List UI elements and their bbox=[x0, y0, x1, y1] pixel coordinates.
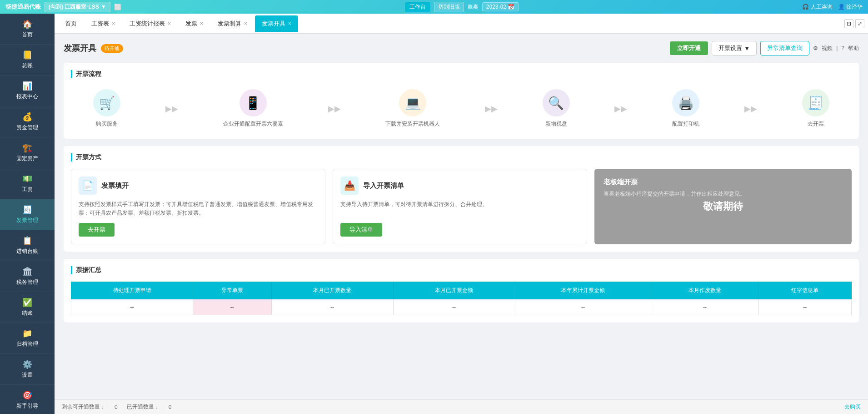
remain-value: 0 bbox=[115, 404, 118, 410]
stats-data-row: -- -- -- -- -- -- -- bbox=[71, 299, 852, 315]
tab-invoice-issue-close[interactable]: × bbox=[288, 20, 291, 27]
view-label: 视频 bbox=[822, 45, 833, 52]
tab-home[interactable]: 首页 bbox=[58, 15, 84, 32]
sidebar-item-salary[interactable]: 💵 工资 bbox=[0, 168, 55, 199]
salary-icon: 💵 bbox=[22, 174, 32, 184]
invoice-methods-section: 开票方式 📄 发票填开 支持按照发票样式手工填写开发票；可开具增值税电子普通发票… bbox=[64, 146, 859, 252]
settings-icon: ⚙ bbox=[813, 45, 818, 51]
method-fill-desc: 支持按照发票样式手工填写开发票；可开具增值税电子普通发票、增值税普通发票、增值税… bbox=[79, 200, 318, 217]
funds-icon: 💰 bbox=[22, 112, 32, 122]
old-platform-desc: 查看老板端小程序提交的开票申请，并作出相应处理意见。 bbox=[604, 190, 843, 198]
sidebar-label-salary: 工资 bbox=[22, 186, 33, 193]
sidebar-item-tax[interactable]: 🏛️ 税务管理 bbox=[0, 261, 55, 292]
workflow-icon-printer: 🖨️ bbox=[672, 89, 699, 116]
tab-home-label: 首页 bbox=[65, 20, 77, 28]
sidebar-label-reports: 报表中心 bbox=[16, 93, 38, 101]
invoice-methods-title: 开票方式 bbox=[71, 153, 852, 162]
settings-icon: ⚙️ bbox=[22, 359, 32, 369]
tab-invoice[interactable]: 发票 × bbox=[179, 15, 210, 32]
page-title-row: 发票开具 待开通 bbox=[64, 43, 123, 54]
consult-button[interactable]: 🎧 人工咨询 bbox=[802, 3, 832, 11]
stats-table: 待处理开票申请 异常单票 本月已开票数量 本月已开票金额 本年累计开票金额 本月… bbox=[71, 282, 852, 315]
workflow-arrow-2: ▶▶ bbox=[328, 104, 341, 114]
old-version-button[interactable]: 切到旧版 bbox=[434, 2, 464, 12]
open-settings-button[interactable]: 开票设置 ▼ bbox=[712, 41, 757, 56]
sidebar: 🏠 首页 📒 总账 📊 报表中心 💰 资金管理 🏗️ 固定资产 💵 工资 🧾 发… bbox=[0, 14, 55, 414]
stats-header-month-count: 本月已开票数量 bbox=[271, 282, 393, 299]
stats-section-title: 票据汇总 bbox=[71, 266, 852, 274]
method-fill-button[interactable]: 去开票 bbox=[79, 223, 115, 237]
method-card-fill: 📄 发票填开 支持按照发票样式手工填写开发票；可开具增值税电子普通发票、增值税普… bbox=[71, 169, 325, 244]
tab-salary-table[interactable]: 工资表 × bbox=[85, 15, 122, 32]
calendar-icon: 📅 bbox=[508, 4, 514, 10]
method-import-icon: 📥 bbox=[340, 177, 359, 195]
period-button[interactable]: 2023-02 📅 bbox=[482, 2, 519, 11]
sidebar-item-purchase-sales[interactable]: 📋 进销台账 bbox=[0, 230, 55, 261]
workflow-step-config: 📱 企业开通配置开票六要素 bbox=[223, 89, 283, 128]
purchase-sales-icon: 📋 bbox=[22, 236, 32, 246]
workflow-arrow-4: ▶▶ bbox=[614, 104, 627, 114]
sidebar-label-tax: 税务管理 bbox=[16, 278, 38, 286]
workflow-label-buy: 购买服务 bbox=[96, 120, 118, 128]
content-area: 首页 工资表 × 工资统计报表 × 发票 × 发票测算 × 发票开具 × bbox=[55, 14, 868, 414]
tab-invoice-issue[interactable]: 发票开具 × bbox=[255, 15, 298, 32]
tab-salary-table-close[interactable]: × bbox=[112, 20, 115, 27]
headphone-icon: 🎧 bbox=[802, 4, 809, 10]
tab-salary-report[interactable]: 工资统计报表 × bbox=[123, 15, 178, 32]
sidebar-item-home[interactable]: 🏠 首页 bbox=[0, 14, 55, 45]
stats-header-abnormal: 异常单票 bbox=[193, 282, 271, 299]
invoice-icon: 🧾 bbox=[22, 205, 32, 215]
status-badge: 待开通 bbox=[101, 44, 123, 53]
stats-value-red-info: -- bbox=[758, 299, 851, 315]
stats-section: 票据汇总 待处理开票申请 异常单票 本月已开票数量 本月已开票金额 本年累计开票… bbox=[64, 259, 859, 323]
workflow-step-tax-disk: 🔍 新增税盘 bbox=[543, 89, 570, 128]
tab-invoice-calc[interactable]: 发票测算 × bbox=[211, 15, 254, 32]
sidebar-item-settings[interactable]: ⚙️ 设置 bbox=[0, 354, 55, 385]
restore-button[interactable]: ⊡ bbox=[844, 19, 853, 28]
old-platform-title: 老板端开票 bbox=[604, 178, 843, 187]
sidebar-item-funds[interactable]: 💰 资金管理 bbox=[0, 106, 55, 137]
sidebar-item-ledger[interactable]: 📒 总账 bbox=[0, 45, 55, 76]
sidebar-item-closing[interactable]: ✅ 结账 bbox=[0, 292, 55, 323]
abnormal-query-button[interactable]: 异常清单查询 bbox=[760, 41, 809, 56]
sidebar-item-fixed-assets[interactable]: 🏗️ 固定资产 bbox=[0, 137, 55, 168]
top-bar-right: 🎧 人工咨询 👤 徐泽华 bbox=[802, 3, 863, 11]
user-button[interactable]: 👤 徐泽华 bbox=[838, 3, 863, 11]
company-selector[interactable]: (勾到) 江西服室-LSS ▼ bbox=[45, 2, 110, 12]
sidebar-item-archive[interactable]: 📁 归档管理 bbox=[0, 323, 55, 354]
top-bar: 畅捷通易代账 (勾到) 江西服室-LSS ▼ ⬜ 工作台 切到旧版 账期 202… bbox=[0, 0, 868, 14]
sidebar-item-reports[interactable]: 📊 报表中心 bbox=[0, 76, 55, 106]
stats-header-pending: 待处理开票申请 bbox=[71, 282, 193, 299]
sidebar-label-settings: 设置 bbox=[22, 371, 33, 379]
immediate-open-button[interactable]: 立即开通 bbox=[670, 41, 708, 55]
page-header: 发票开具 待开通 立即开通 开票设置 ▼ 异常清单查询 ⚙ 视频 | ? bbox=[64, 41, 859, 56]
separator: | bbox=[836, 45, 838, 51]
method-fill-header: 📄 发票填开 bbox=[79, 177, 318, 195]
stats-header-row: 待处理开票申请 异常单票 本月已开票数量 本月已开票金额 本年累计开票金额 本月… bbox=[71, 282, 852, 299]
tab-salary-report-label: 工资统计报表 bbox=[130, 20, 165, 28]
stats-header-red-info: 红字信息单 bbox=[758, 282, 851, 299]
fixed-assets-icon: 🏗️ bbox=[22, 143, 32, 153]
tab-invoice-issue-label: 发票开具 bbox=[262, 20, 285, 28]
stats-value-month-amount: -- bbox=[393, 299, 515, 315]
workflow-steps: 🛒 购买服务 ▶▶ 📱 企业开通配置开票六要素 ▶▶ 💻 下载并安装开票机器人 … bbox=[71, 86, 852, 131]
home-icon: 🏠 bbox=[22, 19, 32, 29]
purchase-link[interactable]: 去购买 bbox=[844, 403, 861, 411]
method-import-button[interactable]: 导入清单 bbox=[340, 223, 382, 237]
workspace-button[interactable]: 工作台 bbox=[405, 2, 430, 12]
sidebar-label-ledger: 总账 bbox=[22, 62, 33, 70]
header-right-info: ⚙ 视频 | ? 帮助 bbox=[813, 45, 859, 52]
tab-invoice-close[interactable]: × bbox=[200, 20, 203, 27]
workflow-label-config: 企业开通配置开票六要素 bbox=[223, 120, 283, 128]
tab-salary-report-close[interactable]: × bbox=[168, 20, 171, 27]
main-layout: 🏠 首页 📒 总账 📊 报表中心 💰 资金管理 🏗️ 固定资产 💵 工资 🧾 发… bbox=[0, 14, 868, 414]
expand-button[interactable]: ⤢ bbox=[855, 19, 864, 28]
sidebar-item-guide[interactable]: 🎯 新手引导 bbox=[0, 385, 55, 414]
coming-soon-label: 敬请期待 bbox=[703, 200, 743, 213]
workflow-step-buy: 🛒 购买服务 bbox=[93, 89, 120, 128]
tab-invoice-calc-close[interactable]: × bbox=[244, 20, 247, 27]
opened-label: 已开通数量： bbox=[127, 403, 160, 411]
method-card-import: 📥 导入开票清单 支持导入待开票清单，可对待开票清单进行拆分、合并处理。 导入清… bbox=[333, 169, 587, 244]
sidebar-item-invoice[interactable]: 🧾 发票管理 bbox=[0, 199, 55, 230]
header-actions: 立即开通 开票设置 ▼ 异常清单查询 ⚙ 视频 | ? 帮助 bbox=[670, 41, 859, 56]
